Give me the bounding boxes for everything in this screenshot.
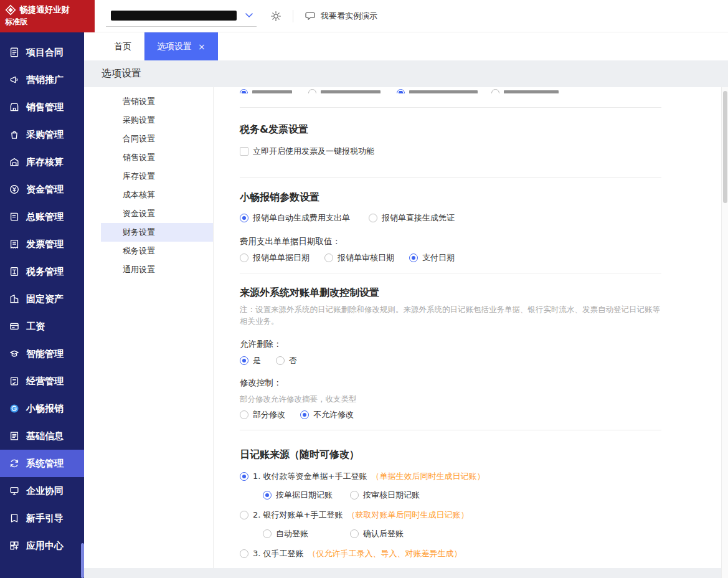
- radio-auto-post[interactable]: 自动登账: [263, 528, 350, 539]
- sidebar-label: 系统管理: [26, 458, 64, 470]
- sidebar-item-fixed-assets[interactable]: 固定资产: [0, 285, 84, 313]
- sidebar-item-sales-management[interactable]: 销售管理: [0, 93, 84, 121]
- settings-nav-item-contract[interactable]: 合同设置: [101, 130, 213, 148]
- settings-nav: 营销设置 采购设置 合同设置 销售设置 库存设置 成本核算 资金设置 财务设置 …: [101, 87, 214, 568]
- sidebar-label: 营销推广: [26, 74, 64, 86]
- radio-journal-option-1[interactable]: 1. 收付款等资金单据+手工登账 （单据生效后同时生成日记账）: [240, 471, 485, 482]
- sidebar-item-purchase-management[interactable]: 采购管理: [0, 121, 84, 148]
- sidebar-label: 税务管理: [26, 266, 64, 278]
- sidebar-item-smart-management[interactable]: 智能管理: [0, 340, 84, 367]
- section-title-journal-source: 日记账来源（随时可修改）: [240, 448, 661, 462]
- clipped-option-row: [240, 87, 661, 93]
- section-divider: [240, 178, 661, 178]
- sidebar-item-general-ledger[interactable]: 总账管理: [0, 203, 84, 230]
- sidebar-item-marketing-promotion[interactable]: 营销推广: [0, 66, 84, 93]
- sidebar-item-inventory-accounting[interactable]: 库存核算: [0, 148, 84, 176]
- header-divider: [293, 10, 293, 22]
- contract-icon: [9, 47, 20, 58]
- settings-nav-item-inventory[interactable]: 库存设置: [101, 167, 213, 186]
- sidebar-item-tax-management[interactable]: 税务管理: [0, 258, 84, 285]
- sidebar-item-fund-management[interactable]: 资金管理: [0, 176, 84, 203]
- account-dropdown[interactable]: [106, 6, 257, 27]
- sidebar-item-app-center[interactable]: 应用中心: [0, 532, 84, 559]
- radio-audit-date[interactable]: 报销单审核日期: [324, 252, 394, 263]
- tax-doc-icon: [9, 266, 20, 277]
- sidebar-item-business-management[interactable]: 经营管理: [0, 367, 84, 395]
- monitor-icon: [9, 485, 20, 496]
- radio-partial-modify[interactable]: 部分修改: [240, 409, 285, 420]
- sidebar-label: 工资: [26, 321, 45, 333]
- graduation-cap-icon: [9, 348, 20, 359]
- logo-title: 畅捷通好业财: [19, 4, 70, 16]
- allow-delete-label: 允许删除：: [240, 338, 661, 349]
- journal-option-3-hint: （仅允许手工录入、导入、对账差异生成）: [308, 548, 462, 559]
- section-title-tax-invoice: 税务&发票设置: [240, 123, 661, 136]
- radio-no-modify[interactable]: 不允许修改: [300, 409, 354, 420]
- tab-home[interactable]: 首页: [102, 32, 144, 60]
- radio-delete-yes[interactable]: 是: [240, 355, 261, 366]
- tab-home-label: 首页: [114, 41, 131, 52]
- radio-auto-expense-bill[interactable]: 报销单自动生成费用支出单: [240, 212, 350, 224]
- sidebar-item-system-management[interactable]: 系统管理: [0, 450, 84, 477]
- document-icon: [9, 430, 20, 442]
- settings-gear-icon[interactable]: [270, 11, 281, 22]
- sync-icon: [9, 458, 20, 469]
- main-sidebar: 项目合同 营销推广 销售管理 采购管理 库存核算 资金管理 总账管理 发票管理: [0, 0, 84, 578]
- app-window: 畅捷通好业财 标准版 我要看实例演示 首页 选项设置 × 选项设置: [0, 0, 728, 578]
- sidebar-item-enterprise-collaboration[interactable]: 企业协同: [0, 477, 84, 505]
- settings-nav-item-cost[interactable]: 成本核算: [101, 186, 213, 204]
- building-icon: [9, 293, 20, 305]
- sidebar-item-project-contract[interactable]: 项目合同: [0, 39, 84, 66]
- sidebar-label: 销售管理: [26, 102, 64, 113]
- radio-journal-option-3[interactable]: 3. 仅手工登账 （仅允许手工录入、导入、对账差异生成）: [240, 548, 462, 559]
- section-divider: [240, 273, 661, 273]
- checkbox-box[interactable]: [240, 147, 248, 156]
- sidebar-label: 固定资产: [26, 293, 64, 305]
- app-grid-icon: [9, 540, 20, 551]
- radio-post-after-confirm[interactable]: 确认后登账: [350, 528, 404, 539]
- settings-nav-item-finance[interactable]: 财务设置: [101, 223, 213, 242]
- sidebar-label: 企业协同: [26, 485, 64, 497]
- section-divider: [240, 107, 661, 108]
- radio-bill-date[interactable]: 报销单单据日期: [240, 252, 310, 263]
- main-scrollbar-thumb[interactable]: [723, 91, 727, 203]
- settings-nav-item-marketing[interactable]: 营销设置: [101, 92, 213, 111]
- settings-nav-item-sales[interactable]: 销售设置: [101, 148, 213, 167]
- expense-date-label: 费用支出单单据日期取值：: [240, 235, 661, 247]
- sidebar-item-basic-information[interactable]: 基础信息: [0, 422, 84, 450]
- radio-delete-no[interactable]: 否: [276, 355, 297, 366]
- tab-options-settings[interactable]: 选项设置 ×: [144, 32, 218, 60]
- sidebar-item-xiaochang-reimbursement[interactable]: 小畅报销: [0, 395, 84, 422]
- radio-by-bill-date[interactable]: 按单据日期记账: [263, 490, 350, 501]
- main-scrollbar-track[interactable]: [721, 87, 728, 578]
- chevron-down-icon: [245, 13, 253, 18]
- radio-direct-voucher[interactable]: 报销单直接生成凭证: [369, 212, 455, 224]
- tab-close-icon[interactable]: ×: [198, 42, 206, 51]
- invoice-icon: [9, 239, 20, 250]
- modify-control-note: 部分修改允许修改摘要，收支类型: [240, 393, 661, 405]
- radio-payment-date[interactable]: 支付日期: [409, 252, 455, 263]
- sidebar-label: 总账管理: [26, 211, 64, 223]
- settings-nav-item-general[interactable]: 通用设置: [101, 260, 213, 279]
- section-title-reimburse: 小畅报销参数设置: [240, 191, 661, 204]
- journal-option-1-hint: （单据生效后同时生成日记账）: [371, 471, 485, 482]
- settings-nav-item-tax[interactable]: 税务设置: [101, 242, 213, 260]
- demo-link-label: 我要看实例演示: [321, 11, 377, 22]
- speech-bubble-icon: [305, 11, 316, 22]
- sidebar-label: 库存核算: [26, 156, 64, 168]
- radio-journal-option-2[interactable]: 2. 银行对账单+手工登账 （获取对账单后同时生成日记账）: [240, 509, 468, 521]
- radio-by-audit-date[interactable]: 按审核日期记账: [350, 490, 420, 501]
- sidebar-label: 项目合同: [26, 47, 64, 59]
- settings-nav-item-purchase[interactable]: 采购设置: [101, 111, 213, 130]
- settings-nav-item-funds[interactable]: 资金设置: [101, 204, 213, 223]
- checkbox-label: 立即开启使用发票及一键报税功能: [253, 146, 374, 157]
- demo-link[interactable]: 我要看实例演示: [305, 11, 377, 22]
- sidebar-scrollbar-thumb[interactable]: [81, 543, 84, 578]
- modify-control-label: 修改控制：: [240, 377, 661, 388]
- sidebar-label: 应用中心: [26, 540, 64, 552]
- enable-invoice-tax-checkbox[interactable]: 立即开启使用发票及一键报税功能: [240, 146, 374, 157]
- sidebar-item-payroll[interactable]: 工资: [0, 313, 84, 340]
- tab-options-label: 选项设置: [157, 41, 192, 52]
- sidebar-item-beginner-guide[interactable]: 新手引导: [0, 505, 84, 532]
- sidebar-item-invoice-management[interactable]: 发票管理: [0, 230, 84, 258]
